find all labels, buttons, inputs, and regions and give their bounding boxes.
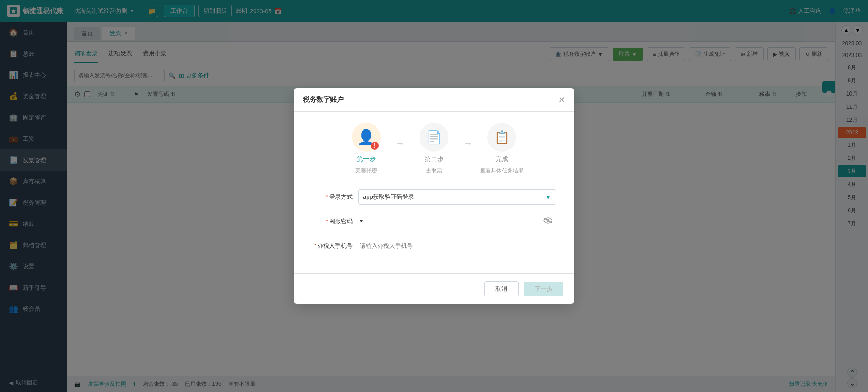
step-3: 📋 完成 查看具体任务结果 <box>472 123 531 175</box>
login-method-select[interactable]: app获取验证码登录 ▼ <box>358 189 556 205</box>
step-3-desc: 查看具体任务结果 <box>480 167 524 175</box>
select-dropdown-icon: ▼ <box>545 194 551 201</box>
step-1-error-badge: ! <box>371 142 379 150</box>
login-method-label: 登录方式 <box>312 193 353 201</box>
password-field-wrapper: • <box>358 214 556 229</box>
modal-body: 👤 ! 第一步 完善账密 → 📄 第二步 去取票 → <box>294 112 574 273</box>
step-2-icon: 📄 <box>426 130 442 145</box>
steps-container: 👤 ! 第一步 完善账密 → 📄 第二步 去取票 → <box>312 123 556 175</box>
step-2-desc: 去取票 <box>426 167 442 175</box>
password-label: 网报密码 <box>312 217 353 225</box>
login-method-value: app获取验证码登录 <box>363 193 414 201</box>
step-arrow-2: → <box>463 138 472 148</box>
step-1-desc: 完善账密 <box>355 167 377 175</box>
step-3-icon: 📋 <box>494 130 510 145</box>
tax-account-modal: 税务数字账户 ✕ 👤 ! 第一步 完善账密 → <box>294 88 574 304</box>
step-3-circle: 📋 <box>487 123 516 152</box>
phone-field-wrapper[interactable] <box>358 238 556 253</box>
step-1: 👤 ! 第一步 完善账密 <box>337 123 396 175</box>
modal-title: 税务数字账户 <box>303 96 344 104</box>
phone-label: 办税人手机号 <box>312 242 353 250</box>
modal-footer: 取消 下一步 <box>294 273 574 304</box>
next-button[interactable]: 下一步 <box>524 282 563 296</box>
modal-overlay[interactable]: 税务数字账户 ✕ 👤 ! 第一步 完善账密 → <box>0 0 868 392</box>
step-arrow-1: → <box>396 138 405 148</box>
modal-header: 税务数字账户 ✕ <box>294 88 574 112</box>
modal-close-button[interactable]: ✕ <box>558 96 565 104</box>
form-password: 网报密码 • <box>312 214 556 229</box>
step-2: 📄 第二步 去取票 <box>405 123 463 175</box>
step-1-label: 第一步 <box>357 155 376 163</box>
password-dots: • <box>360 216 363 226</box>
phone-input[interactable] <box>360 242 554 249</box>
form-login-method: 登录方式 app获取验证码登录 ▼ <box>312 189 556 205</box>
form-phone: 办税人手机号 <box>312 238 556 253</box>
step-2-label: 第二步 <box>425 155 443 163</box>
step-1-circle: 👤 ! <box>352 123 381 152</box>
step-3-label: 完成 <box>495 155 508 163</box>
toggle-password-icon[interactable] <box>543 217 552 225</box>
cancel-button[interactable]: 取消 <box>484 281 519 296</box>
step-2-circle: 📄 <box>420 123 448 152</box>
